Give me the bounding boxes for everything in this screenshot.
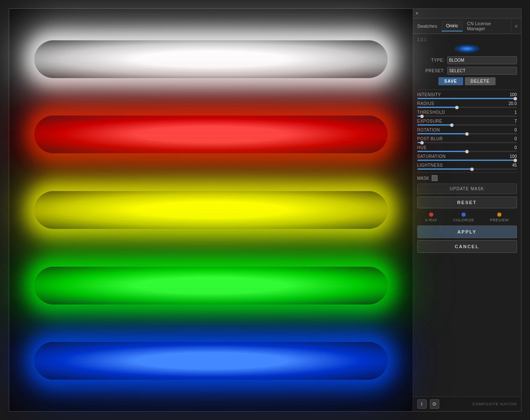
info-icon[interactable]: i <box>417 399 427 409</box>
radius-fill <box>417 107 457 108</box>
lightness-fill <box>417 168 472 170</box>
post-blur-slider-row: POST BLUR 0 <box>417 136 517 143</box>
mask-label: MASK <box>417 176 429 181</box>
hue-label: HUE <box>417 145 427 150</box>
reset-button[interactable]: RESET <box>417 197 517 208</box>
rotation-thumb[interactable] <box>465 132 469 136</box>
version-text: 1.0.1 <box>417 37 517 42</box>
colorize-label: COLORIZE <box>453 218 474 222</box>
lightness-value: 45 <box>512 163 517 168</box>
icon-row: X-RAY COLORIZE PREVIEW <box>417 213 517 222</box>
cancel-button[interactable]: CANCEL <box>417 240 517 253</box>
hue-slider-row: HUE 0 <box>417 145 517 152</box>
close-button[interactable]: × <box>416 10 419 16</box>
colorize-item[interactable]: COLORIZE <box>453 213 474 222</box>
colorize-dot <box>461 213 466 217</box>
preset-select[interactable]: SELECT <box>447 67 517 75</box>
update-mask-button[interactable]: UPDATE MASK <box>417 184 517 194</box>
bottom-bar: i ⚙ COMPOSITE NATION <box>413 396 521 411</box>
preview-item[interactable]: PREVIEW <box>490 213 509 222</box>
intensity-value: 100 <box>510 92 517 97</box>
saturation-value: 100 <box>510 154 517 159</box>
saturation-track[interactable] <box>417 160 517 161</box>
threshold-thumb[interactable] <box>420 115 424 118</box>
divider-2 <box>417 172 517 173</box>
composite-logo: COMPOSITE NATION <box>472 402 517 406</box>
radius-thumb[interactable] <box>455 106 459 109</box>
glow-orb <box>454 45 480 53</box>
rotation-fill <box>417 133 467 134</box>
xray-label: X-RAY <box>425 218 437 222</box>
rotation-label: ROTATION <box>417 128 440 132</box>
delete-button[interactable]: DELETE <box>465 77 496 85</box>
intensity-label: INTENSITY <box>417 92 441 97</box>
tab-oniric[interactable]: Oniric <box>442 21 463 32</box>
intensity-fill <box>417 98 517 99</box>
post-blur-label: POST BLUR <box>417 136 443 141</box>
exposure-label: EXPOSURE <box>417 119 443 123</box>
radius-track[interactable] <box>417 107 517 108</box>
xray-item[interactable]: X-RAY <box>425 213 437 222</box>
hue-track[interactable] <box>417 151 517 152</box>
lightness-label: LIGHTNESS <box>417 163 443 168</box>
red-bar-wrapper <box>34 116 388 153</box>
lightness-thumb[interactable] <box>470 168 474 171</box>
threshold-track[interactable] <box>417 116 517 117</box>
exposure-fill <box>417 124 452 126</box>
hue-thumb[interactable] <box>465 150 469 153</box>
yellow-bar-wrapper <box>34 191 388 229</box>
lightness-slider-row: LIGHTNESS 45 <box>417 163 517 170</box>
save-button[interactable]: SAVE <box>438 77 463 85</box>
hue-value: 0 <box>514 145 517 150</box>
save-delete-row: SAVE DELETE <box>417 77 517 85</box>
exposure-value: 7 <box>514 119 517 123</box>
rotation-value: 0 <box>514 128 517 132</box>
blue-glow-bar <box>34 342 388 380</box>
main-container: × Swatches Oniric CN License Manager ≡ 1… <box>9 8 522 412</box>
intensity-thumb[interactable] <box>514 97 517 100</box>
exposure-thumb[interactable] <box>450 123 454 127</box>
yellow-glow-bar <box>34 191 388 229</box>
preview-dot <box>497 213 501 217</box>
threshold-slider-row: THRESHOLD 1 <box>417 110 517 117</box>
preset-label: PRESET: <box>417 68 445 73</box>
divider-1 <box>417 89 517 90</box>
panel-content: 1.0.1 TYPE: BLOOM PRESET: SELECT SAVE DE… <box>413 34 521 396</box>
green-glow-bar <box>34 267 388 304</box>
threshold-value: 1 <box>514 110 517 115</box>
exposure-track[interactable] <box>417 124 517 126</box>
panel-titlebar: × <box>413 9 521 18</box>
tab-swatches[interactable]: Swatches <box>413 21 442 31</box>
threshold-label: THRESHOLD <box>417 110 445 115</box>
radius-label: RADIUS <box>417 101 435 106</box>
exposure-slider-row: EXPOSURE 7 <box>417 119 517 126</box>
red-glow-bar <box>34 116 388 153</box>
type-select[interactable]: BLOOM <box>447 56 517 64</box>
white-bar-wrapper <box>34 40 388 78</box>
type-label: TYPE: <box>417 58 445 63</box>
saturation-thumb[interactable] <box>514 159 517 162</box>
post-blur-value: 0 <box>514 136 517 141</box>
post-blur-thumb[interactable] <box>420 141 424 144</box>
preview-label: PREVIEW <box>490 218 509 222</box>
rotation-track[interactable] <box>417 133 517 134</box>
white-glow-bar <box>34 40 388 78</box>
post-blur-track[interactable] <box>417 142 517 143</box>
type-row: TYPE: BLOOM <box>417 56 517 64</box>
apply-button[interactable]: APPLY <box>417 226 517 238</box>
saturation-label: SATURATION <box>417 154 446 159</box>
panel-tabs: Swatches Oniric CN License Manager ≡ <box>413 18 521 34</box>
hue-fill <box>417 151 467 152</box>
tab-cn-license[interactable]: CN License Manager <box>463 18 512 34</box>
xray-dot <box>429 213 433 217</box>
radius-value: 20.0 <box>509 101 517 106</box>
intensity-slider-row: INTENSITY 100 <box>417 92 517 99</box>
menu-icon[interactable]: ≡ <box>512 21 521 31</box>
settings-icon[interactable]: ⚙ <box>430 399 439 409</box>
preset-row: PRESET: SELECT <box>417 67 517 75</box>
intensity-track[interactable] <box>417 98 517 99</box>
rotation-slider-row: ROTATION 0 <box>417 128 517 134</box>
blue-bar-wrapper <box>34 342 388 380</box>
lightness-track[interactable] <box>417 168 517 170</box>
saturation-slider-row: SATURATION 100 <box>417 154 517 161</box>
